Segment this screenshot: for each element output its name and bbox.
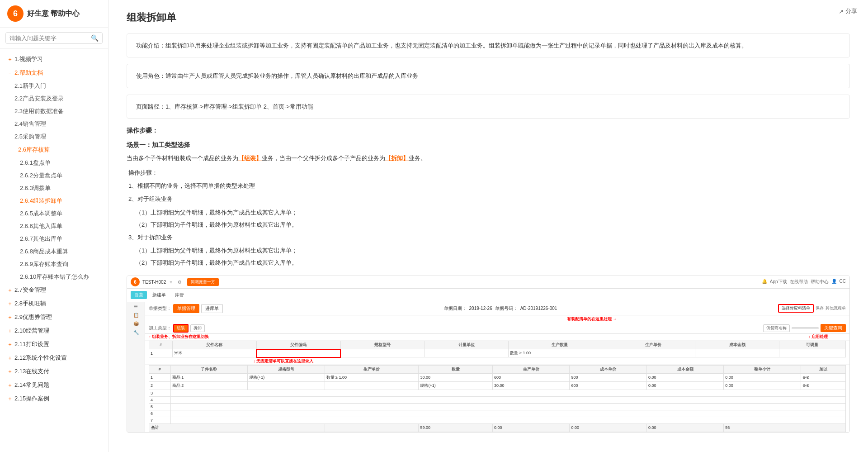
- sidebar-item-faq[interactable]: ＋ 2.14常见问题: [0, 378, 108, 392]
- mock-assembly-active[interactable]: 组装: [173, 324, 189, 333]
- mock-type-btns: 单据类型： 单据管理 进库单: [149, 304, 223, 313]
- mock-type-switch-row: 加工类型： 组装 拆卸 供货商名称 关键查询: [145, 323, 849, 334]
- mock-orange-btn[interactable]: 同测账套一方: [187, 278, 219, 286]
- sidebar-item-newbie[interactable]: 2.1新手入门: [0, 80, 108, 92]
- plus-icon: ＋: [7, 314, 13, 321]
- mock-td-qty1: 数量 ≥ 1.00: [509, 349, 611, 357]
- sidebar-item-assembly[interactable]: 2.6.4组装拆卸单: [0, 195, 108, 207]
- mock-avatar-icon: 👤: [831, 279, 837, 285]
- search-box[interactable]: 🔍: [5, 32, 103, 44]
- sidebar-item-sales[interactable]: 2.4销售管理: [0, 118, 108, 130]
- mock-bom-input[interactable]: 供货商名称: [763, 324, 790, 332]
- mock-annotation-row: 有装配清单的在这里处理 →: [145, 315, 849, 323]
- step-2: 2、对于组装业务: [127, 194, 850, 204]
- app-title: 好生意 帮助中心: [27, 9, 80, 19]
- mock-ui: 6 TEST-H002 ▼ ⚙ 同测账套一方 🔔 App下载 在线帮助 帮助中心…: [127, 276, 849, 432]
- mock-action-btns: 选择对应料清单 保存 其他流程单: [778, 304, 846, 313]
- mock-btn-disassembly[interactable]: 进库单: [201, 304, 223, 313]
- mock-search-btn[interactable]: 关键查询: [821, 324, 846, 332]
- mock-upper-table: # 父件名称 父件编码 规格型号 计量单位 生产数量 生产单价 成本金额 可调量: [149, 341, 846, 358]
- mock-lower-td-cprice2: 600: [570, 381, 646, 390]
- mock-th-code: 父件编码: [256, 341, 340, 349]
- mock-th-spec: 规格型号: [340, 341, 425, 349]
- mock-tab-wm[interactable]: 库管: [171, 291, 188, 299]
- mock-body: ☰ 📋 📦 🔧 单据类型： 单据管理 进库单: [127, 302, 849, 432]
- sidebar-item-transfer[interactable]: 2.6.3调拨单: [0, 182, 108, 195]
- nav-tree: ＋ 1.视频学习 － 2.帮助文档 2.1新手入门 2.2产品安装及登录 2.3…: [0, 49, 108, 452]
- search-input[interactable]: [9, 35, 91, 42]
- sidebar-item-cases[interactable]: ＋ 2.15操作案例: [0, 392, 108, 405]
- sidebar-item-label: 1.视频学习: [14, 55, 43, 63]
- mock-lower-td-price1-2: [325, 381, 419, 390]
- annotation-enable: ↑ 启用处理: [808, 334, 828, 340]
- sidebar-item-video-learning[interactable]: ＋ 1.视频学习: [0, 52, 108, 66]
- mock-top-icons: 🔔 App下载 在线帮助 帮助中心 👤 CC: [762, 279, 846, 285]
- page-title: 组装拆卸单: [127, 11, 850, 24]
- sidebar-item-data-prep[interactable]: 2.3使用前数据准备: [0, 105, 108, 118]
- sidebar-item-coupon[interactable]: ＋ 2.9优惠券管理: [0, 310, 108, 324]
- scenario1-desc: 当由多个子件材料组装成一个成品的业务为【组装】业务，当由一个父件拆分成多个子产品…: [127, 153, 850, 163]
- search-icon[interactable]: 🔍: [91, 34, 99, 42]
- mock-annotation-row2: ↑ 组装业务、拆卸业务在这里切换 ↑ 启用处理: [145, 334, 849, 340]
- mock-lower-td-sub2: 0.00: [724, 381, 801, 390]
- mock-lower-td-name2: 商品 2: [170, 381, 247, 390]
- mock-form-meta: 单据日期： 2019-12-26 单据号码： AD-20191226-001: [444, 305, 557, 312]
- mock-lower-td-2: 2: [149, 381, 171, 390]
- mock-other-btns[interactable]: 其他流程单: [826, 305, 846, 311]
- sidebar-item-label: 2.15操作案例: [14, 395, 49, 403]
- mock-lower-th-name: 子件名称: [170, 365, 247, 373]
- intro-block: 功能介绍：组装拆卸单用来处理企业组装或拆卸等加工业务，支持有固定装配清单的产品加…: [127, 33, 850, 57]
- sidebar: 6 好生意 帮助中心 🔍 ＋ 1.视频学习 － 2.帮助文档 2.1新手入门 2…: [0, 0, 108, 452]
- mock-form-header: 单据类型： 单据管理 进库单 单据日期： 2019-12-26 单据号码： AD…: [145, 302, 849, 315]
- mock-footer-56: 56: [724, 423, 846, 432]
- sidebar-item-label: 2.帮助文档: [14, 69, 43, 77]
- sidebar-item-label: 2.13在线支付: [14, 367, 49, 376]
- mock-search-input[interactable]: [792, 327, 819, 329]
- mock-bell-icon: 🔔: [762, 279, 767, 285]
- sidebar-item-ledger-fix[interactable]: 2.6.10库存账本错了怎么办: [0, 271, 108, 283]
- mock-td-cost1: [695, 349, 779, 357]
- sidebar-item-ledger-query[interactable]: 2.6.9库存账本查询: [0, 258, 108, 271]
- step-3: 3、对于拆卸业务: [127, 232, 850, 243]
- sidebar-item-cost-recalc[interactable]: 2.6.8商品成本重算: [0, 245, 108, 258]
- mock-btn-assembly[interactable]: 单据管理: [173, 304, 199, 313]
- plus-icon: ＋: [7, 300, 13, 308]
- step-3-2: （2）下部明细为子件明细，最终作为产成品生成其它入库单。: [127, 257, 850, 268]
- sidebar-item-cost-adjust[interactable]: 2.6.5成本调整单: [0, 207, 108, 220]
- sidebar-item-label: 2.12系统个性化设置: [14, 354, 67, 362]
- intro-text: 功能介绍：组装拆卸单用来处理企业组装或拆卸等加工业务，支持有固定装配清单的产品加…: [136, 42, 747, 49]
- assembly-link[interactable]: 【组装】: [238, 155, 262, 162]
- sidebar-item-stocktake[interactable]: 2.6.1盘点单: [0, 157, 108, 169]
- mock-lower-td-op1: ⊕⊗: [801, 373, 845, 381]
- mock-gear-icon: ⚙: [178, 280, 182, 285]
- disassembly-link[interactable]: 【拆卸】: [385, 155, 409, 162]
- scenario1-title: 场景一：加工类型选择: [127, 141, 850, 149]
- sidebar-item-print[interactable]: ＋ 2.11打印设置: [0, 338, 108, 351]
- share-button[interactable]: ↗ 分享: [839, 7, 857, 15]
- sidebar-item-mobile[interactable]: ＋ 2.8手机旺辅: [0, 297, 108, 310]
- plus-icon: ＋: [7, 395, 13, 403]
- sidebar-item-inventory[interactable]: － 2.6库存核算: [0, 143, 108, 157]
- sidebar-item-label: 2.14常见问题: [14, 381, 49, 389]
- sidebar-item-online-pay[interactable]: ＋ 2.13在线支付: [0, 365, 108, 378]
- mock-date-value: 2019-12-26: [469, 306, 492, 311]
- mock-disassembly-btn[interactable]: 拆卸: [190, 324, 205, 332]
- mock-footer-0c: 0.00: [646, 423, 723, 432]
- sidebar-item-install[interactable]: 2.2产品安装及登录: [0, 92, 108, 105]
- sidebar-item-settings[interactable]: ＋ 2.12系统个性化设置: [0, 351, 108, 365]
- mock-bom-btn[interactable]: 选择对应料清单: [778, 304, 814, 313]
- sidebar-item-other-out[interactable]: 2.6.7其他出库单: [0, 233, 108, 245]
- mock-save-btn[interactable]: 保存: [816, 305, 824, 311]
- sidebar-item-finance[interactable]: ＋ 2.7资金管理: [0, 283, 108, 297]
- sidebar-item-ops[interactable]: ＋ 2.10经营管理: [0, 324, 108, 338]
- share-label: 分享: [845, 7, 857, 15]
- sidebar-item-split-stocktake[interactable]: 2.6.2分量盘点单: [0, 169, 108, 182]
- sidebar-item-other-in[interactable]: 2.6.6其他入库单: [0, 220, 108, 233]
- mock-lower-th-op: 加以: [801, 365, 845, 373]
- mock-tab-new[interactable]: 新建单: [149, 291, 170, 299]
- mock-topbar: 6 TEST-H002 ▼ ⚙ 同测账套一方 🔔 App下载 在线帮助 帮助中心…: [127, 276, 849, 289]
- mock-lower-td-qty1: 30.00: [419, 373, 493, 381]
- sidebar-item-help-docs[interactable]: － 2.帮助文档: [0, 66, 108, 80]
- sidebar-item-purchase[interactable]: 2.5采购管理: [0, 130, 108, 143]
- mock-tab-self[interactable]: 自营: [131, 291, 147, 299]
